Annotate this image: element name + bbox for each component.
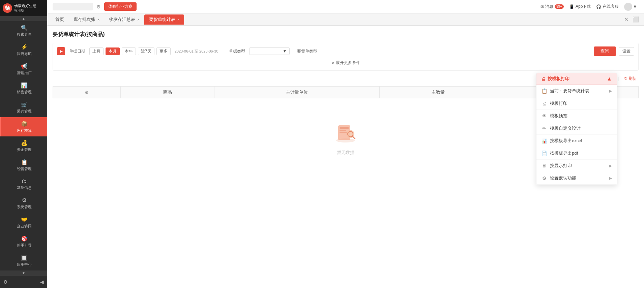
inventory-icon: 📦 [21,121,28,127]
app-download-item[interactable]: 📱 App下载 [569,4,591,9]
tab-close-receipt-summary[interactable]: × [137,18,139,22]
sidebar-item-cooperation[interactable]: 🤝企业协同 [0,213,47,232]
base-icon: 🗂 [22,178,27,184]
display-print-label: 按显示打印 [550,163,572,169]
expand-collapse-btn[interactable]: ▶ [57,47,65,55]
template-excel-icon: 📊 [541,138,547,143]
empty-icon [332,119,359,146]
sidebar-scroll-down[interactable]: ▼ [0,270,47,276]
col-header-1: 商品 [121,87,214,98]
svg-line-7 [352,136,355,139]
display-print-icon: 🖥 [541,163,547,168]
date-range-display: 2023-06-01 至 2023-06-30 [175,49,218,54]
message-badge: 99+ [555,4,564,9]
dropdown-item-current[interactable]: 📋 当前：要货单统计表 ▶ [536,85,617,97]
settings-gear-icon[interactable]: ⚙ [96,4,101,9]
online-service-item[interactable]: 🎧 在线客服 [596,4,619,9]
topbar-search-input[interactable] [53,3,93,10]
empty-text: 暂无数据 [337,150,354,156]
sidebar-item-operation[interactable]: 📋经营管理 [0,156,47,175]
tab-label-receipt-summary: 收发存汇总表 [109,17,135,23]
trial-button[interactable]: 体验行业方案 [104,2,137,11]
settings-icon[interactable]: ⚙ [3,279,8,285]
date-btn-本月[interactable]: 本月 [106,47,120,55]
date-btn-本年[interactable]: 本年 [122,47,136,55]
date-btn-上月[interactable]: 上月 [89,47,104,55]
type-filter-label: 单据类型 [229,49,245,54]
dropdown-item-template-preview[interactable]: 👁 模板预览 [536,110,617,122]
dropdown-item-template-excel[interactable]: 📊 按模板导出excel [536,135,617,147]
tab-receipt-summary[interactable]: 收发存汇总表× [104,14,144,25]
type-select[interactable]: ▼ [249,47,290,55]
dropdown-item-template-pdf[interactable]: 📄 按模板导出pdf [536,147,617,160]
date-btn-近7天[interactable]: 近7天 [138,47,154,55]
message-label: 消息 [545,4,553,9]
marketing-icon: 📢 [21,63,28,69]
tab-close-all-button[interactable]: ✕ [623,15,630,23]
purchase-icon: 🛒 [21,101,28,108]
sales-icon: 📊 [21,82,28,89]
sidebar-item-marketing[interactable]: 📢营销推广 [0,60,47,79]
dropdown-item-default-func[interactable]: ⚙ 设置默认功能 ▶ [536,172,617,185]
user-avatar[interactable]: Rit [624,3,639,11]
default-func-icon: ⚙ [541,175,547,181]
sidebar-scroll-up[interactable]: ▲ [0,16,47,21]
app-name: 畅康通好生意 [14,3,36,8]
logo-icon: 畅 [3,3,12,13]
tab-label-batch-account: 库存批次账 [74,17,95,23]
tab-batch-account[interactable]: 库存批次账× [69,14,104,25]
tab-order-stats[interactable]: 要货单统计表× [144,14,184,25]
dropdown-item-template-print[interactable]: 🖨 模板打印 [536,97,617,110]
refresh-button[interactable]: ↻ 刷新 [622,74,639,83]
collapse-icon[interactable]: ◀ [40,279,44,285]
dropdown-item-display-print[interactable]: 🖥 按显示打印 ▶ [536,160,617,172]
svg-rect-4 [340,132,348,133]
tab-close-batch-account[interactable]: × [97,18,99,22]
table-gear-icon[interactable]: ⚙ [85,90,89,95]
template-preview-label: 模板预览 [550,113,567,119]
app-download-label: App下载 [576,4,591,9]
sidebar-item-guide[interactable]: 🎯新手引导 [0,232,47,251]
sidebar-item-system[interactable]: ⚙系统管理 [0,194,47,213]
sidebar-item-inventory[interactable]: 📦库存核算 [0,117,47,136]
message-item[interactable]: ✉ 消息 99+ [540,4,564,9]
template-excel-label: 按模板导出excel [550,138,582,144]
sidebar-footer: ⚙ ◀ [0,276,47,288]
template-preview-icon: 👁 [541,113,547,119]
display-print-arrow: ▶ [609,163,612,168]
dropdown-close-button[interactable]: ▲ [607,76,612,82]
refresh-label: 刷新 [628,76,637,82]
page-content: 要货单统计表(按商品) ▶ 单据日期 上月本月本年近7天更多 2023-06-0… [47,26,644,288]
template-design-label: 模板自定义设计 [550,125,581,131]
app-download-icon: 📱 [569,4,574,9]
svg-rect-2 [340,127,349,129]
sidebar-item-base[interactable]: 🗂基础信息 [0,175,47,194]
date-btn-更多[interactable]: 更多 [156,47,171,55]
sidebar-item-sales[interactable]: 📊销售管理 [0,79,47,98]
apps-icon: 🔲 [21,255,28,261]
sidebar-item-search[interactable]: 🔍搜索菜单 [0,21,47,40]
dropdown-item-template-design[interactable]: ✏ 模板自定义设计 [536,122,617,135]
expand-more-btn[interactable]: ∨ 展开更多条件 [331,60,360,66]
username-label: Rit [634,4,639,9]
sidebar-item-apps[interactable]: 🔲应用中心 [0,251,47,270]
query-button[interactable]: 查询 [594,46,616,56]
filter-settings-button[interactable]: 设置 [619,47,634,56]
col-header-3: 主数量 [380,87,497,98]
tab-bar: 首页库存批次账×收发存汇总表×要货单统计表× ✕ ⬜ [47,13,644,26]
current-arrow: ▶ [609,89,612,93]
tab-maximize-button[interactable]: ⬜ [631,15,641,23]
operation-icon: 📋 [21,159,28,165]
tab-home[interactable]: 首页 [51,14,69,25]
template-print-icon: 🖨 [541,101,547,106]
main-content: ⚙ 体验行业方案 ✉ 消息 99+ 📱 App下载 🎧 在线客服 Rit [47,0,644,288]
sidebar-item-purchase[interactable]: 🛒采购管理 [0,98,47,117]
app-logo: 畅 畅康通好生意 标准版 [0,0,47,16]
sidebar-item-quick-nav[interactable]: ⚡快捷导航 [0,40,47,60]
sidebar-item-finance[interactable]: 💰资金管理 [0,136,47,156]
guide-icon: 🎯 [21,235,28,242]
headset-icon: 🎧 [596,4,601,9]
dropdown-title: 按模板打印 [548,76,569,82]
tab-close-order-stats[interactable]: × [177,18,179,22]
template-print-label: 模板打印 [550,100,567,106]
